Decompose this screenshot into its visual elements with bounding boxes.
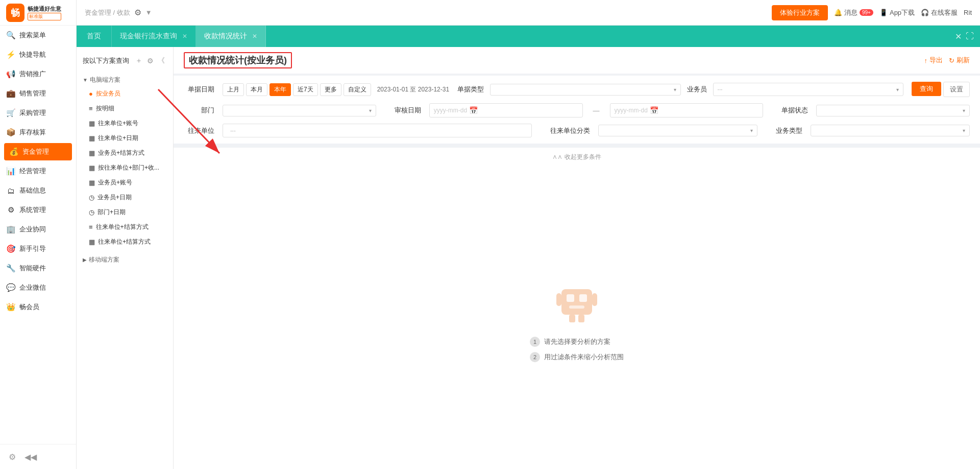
- breadcrumb: 资金管理 / 收款 ⚙ ▼: [85, 8, 766, 17]
- date-btn-this-month[interactable]: 本月: [246, 83, 267, 96]
- collapse-sidebar-icon[interactable]: ◀◀: [23, 450, 38, 464]
- dropdown-icon[interactable]: ▼: [145, 9, 152, 16]
- user-avatar[interactable]: Rit: [964, 9, 972, 16]
- refresh-button[interactable]: ↻ 刷新: [949, 56, 970, 65]
- export-button[interactable]: ↑ 导出: [924, 56, 943, 65]
- scheme-item-partner-date[interactable]: ▦ 往来单位+日期: [77, 131, 173, 146]
- dept-select[interactable]: ▾: [223, 105, 376, 116]
- title-actions: ↑ 导出 ↻ 刷新: [924, 56, 970, 65]
- mobile-arrow-icon: ▶: [83, 257, 87, 263]
- scheme-button[interactable]: 体验行业方案: [772, 5, 828, 20]
- audit-date-from[interactable]: yyyy-mm-dd 📅: [429, 103, 583, 118]
- filter-panel: 单据日期 上月 本月 本年 近7天 更多 自定义 2023-01-01 至 20…: [174, 76, 980, 144]
- lightning-icon: ⚡: [6, 50, 15, 59]
- settings-button[interactable]: 设置: [943, 82, 970, 97]
- tab-close-receipts[interactable]: ✕: [252, 33, 257, 40]
- partner-more-icon: ···: [230, 127, 236, 134]
- tab-receipts[interactable]: 收款情况统计 ✕: [196, 26, 266, 47]
- scheme-item-by-detail[interactable]: ≡ 按明细: [77, 101, 173, 116]
- tab-maximize-icon[interactable]: ⛶: [966, 32, 974, 41]
- filter-row-2: 部门 ▾ 审核日期 yyyy-mm-dd 📅 — yyyy-mm-dd 📅 单据…: [184, 103, 970, 118]
- header-gear-icon[interactable]: ⚙: [134, 8, 141, 17]
- partner-cat-arrow-icon: ▾: [750, 128, 753, 133]
- query-button[interactable]: 查询: [912, 82, 941, 96]
- panel-header: 按以下方案查询 ＋ ⚙ 《: [77, 53, 173, 72]
- dept-label: 部门: [184, 106, 214, 115]
- scheme-item-by-salesperson[interactable]: ● 按业务员: [77, 86, 173, 101]
- mobile-scheme-title[interactable]: ▶ 移动端方案: [77, 253, 173, 266]
- partner-account-icon: ▦: [89, 120, 95, 127]
- date-btn-more[interactable]: 更多: [320, 83, 341, 96]
- settings-footer-icon[interactable]: ⚙: [5, 450, 19, 464]
- tab-home[interactable]: 首页: [77, 26, 112, 47]
- sidebar-item-operations[interactable]: 📊 经营管理: [0, 161, 76, 181]
- svg-rect-6: [569, 315, 575, 322]
- empty-state: 1 请先选择要分析的方案 2 用过滤条件来缩小分析范围: [174, 167, 980, 469]
- purchase-icon: 🛒: [6, 108, 15, 118]
- active-scheme-icon: ●: [89, 90, 93, 98]
- sidebar-item-sales[interactable]: 💼 销售管理: [0, 84, 76, 103]
- sidebar-item-finance[interactable]: 💰 资金管理: [4, 143, 72, 160]
- scheme-item-salesperson-account[interactable]: ▦ 业务员+账号: [77, 175, 173, 190]
- sidebar-item-enterprise[interactable]: 🏢 企业协同: [0, 220, 76, 239]
- sidebar-item-smart-hw[interactable]: 🔧 智能硬件: [0, 259, 76, 278]
- messages-button[interactable]: 🔔 消息 99+: [834, 8, 873, 17]
- collapse-panel-icon[interactable]: 《: [156, 55, 167, 66]
- doc-type-select[interactable]: ▾: [490, 84, 680, 96]
- salesperson-select[interactable]: ··· ▾: [713, 83, 903, 96]
- date-btn-custom[interactable]: 自定义: [344, 83, 371, 96]
- biz-type-arrow-icon: ▾: [963, 128, 965, 133]
- scheme-item-partner-dept-receipt[interactable]: ▦ 按往来单位+部门+收...: [77, 160, 173, 175]
- scheme-item-salesperson-settlement[interactable]: ▦ 业务员+结算方式: [77, 146, 173, 160]
- salesperson-settlement-icon: ▦: [89, 149, 95, 157]
- sidebar-item-wechat[interactable]: 💬 企业微信: [0, 278, 76, 297]
- sidebar-item-member[interactable]: 👑 畅会员: [0, 297, 76, 317]
- tab-bank-flow[interactable]: 现金银行流水查询 ✕: [112, 26, 196, 47]
- date-btn-this-year[interactable]: 本年: [270, 83, 291, 96]
- sidebar-item-purchase[interactable]: 🛒 采购管理: [0, 103, 76, 123]
- partner-settle1-icon: ≡: [89, 223, 93, 231]
- sidebar-footer: ⚙ ◀◀: [0, 444, 76, 469]
- detail-icon: ≡: [89, 105, 93, 112]
- sidebar-item-search[interactable]: 🔍 搜索菜单: [0, 26, 76, 45]
- sidebar-item-guide[interactable]: 🎯 新手引导: [0, 239, 76, 259]
- search-icon: 🔍: [6, 31, 15, 40]
- date-btn-7days[interactable]: 近7天: [293, 83, 318, 96]
- scheme-item-dept-date[interactable]: ◷ 部门+日期: [77, 205, 173, 220]
- desktop-scheme-title[interactable]: ▼ 电脑端方案: [77, 74, 173, 86]
- scheme-item-partner-account[interactable]: ▦ 往来单位+账号: [77, 116, 173, 131]
- audit-date-to[interactable]: yyyy-mm-dd 📅: [610, 103, 764, 118]
- doc-status-select[interactable]: ▾: [816, 105, 970, 116]
- page-title: 收款情况统计(按业务员): [184, 52, 292, 68]
- settings-scheme-icon[interactable]: ⚙: [144, 55, 156, 66]
- scheme-item-partner-settlement1[interactable]: ≡ 往来单位+结算方式: [77, 220, 173, 235]
- add-scheme-icon[interactable]: ＋: [133, 55, 144, 66]
- sidebar-item-marketing[interactable]: 📢 营销推广: [0, 64, 76, 84]
- empty-illustration: [551, 274, 602, 326]
- salesperson-date-icon: ◷: [89, 194, 94, 201]
- tab-close-all-icon[interactable]: ✕: [955, 32, 962, 41]
- date-label: 单据日期: [184, 85, 214, 94]
- biz-type-select[interactable]: ▾: [811, 125, 970, 136]
- sidebar-item-system[interactable]: ⚙ 系统管理: [0, 200, 76, 220]
- sidebar-item-inventory[interactable]: 📦 库存核算: [0, 123, 76, 142]
- export-icon: ↑: [924, 57, 928, 64]
- system-icon: ⚙: [6, 205, 15, 215]
- svg-rect-0: [561, 289, 592, 315]
- sidebar-item-quick-nav[interactable]: ⚡ 快捷导航: [0, 45, 76, 64]
- collapse-bar[interactable]: ∧∧ 收起更多条件: [174, 148, 980, 167]
- query-actions: 查询 设置: [912, 82, 970, 97]
- scheme-item-partner-settlement2[interactable]: ▦ 往来单位+结算方式: [77, 235, 173, 249]
- partner-select[interactable]: ···: [223, 124, 532, 137]
- date-btn-last-month[interactable]: 上月: [223, 83, 244, 96]
- empty-tips: 1 请先选择要分析的方案 2 用过滤条件来缩小分析范围: [530, 337, 624, 362]
- partner-category-select[interactable]: ▾: [598, 125, 757, 136]
- empty-svg-icon: [551, 274, 602, 325]
- sidebar-item-base-info[interactable]: 🗂 基础信息: [0, 181, 76, 200]
- scheme-item-salesperson-date[interactable]: ◷ 业务员+日期: [77, 190, 173, 205]
- empty-tip-1: 1 请先选择要分析的方案: [530, 337, 624, 347]
- online-service-button[interactable]: 🎧 在线客服: [921, 8, 958, 17]
- app-download-button[interactable]: 📱 App下载: [879, 8, 915, 17]
- tab-close-bank-flow[interactable]: ✕: [182, 33, 187, 40]
- doc-status-label: 单据状态: [781, 106, 808, 115]
